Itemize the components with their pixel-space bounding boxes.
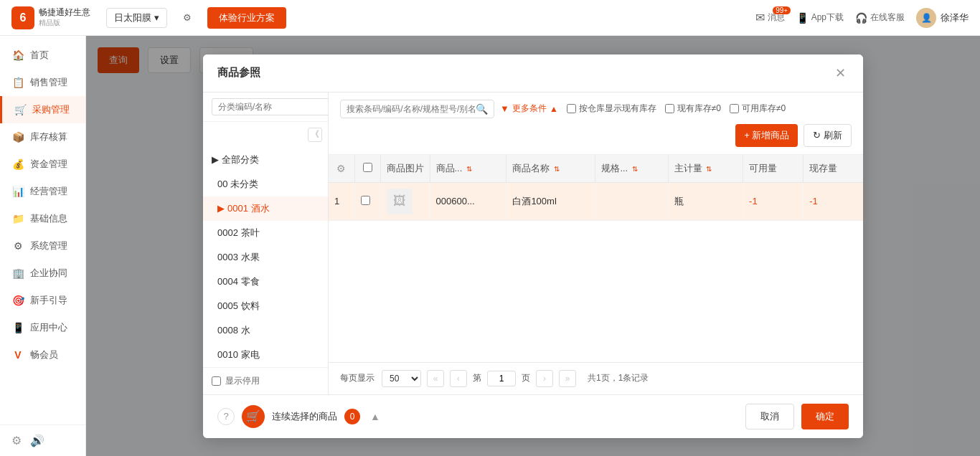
trial-button[interactable]: 体验行业方案 (207, 7, 286, 29)
footer-collapse-icon[interactable]: ▲ (370, 411, 380, 422)
col-code-label: 商品... (436, 163, 463, 174)
page-size-select[interactable]: 50 10 20 100 (382, 370, 421, 387)
sidebar-item-enterprise[interactable]: 🏢 企业协同 (0, 260, 85, 287)
headset-icon: 🎧 (855, 12, 867, 24)
page-number-input[interactable] (487, 371, 516, 386)
system-icon: ⚙ (11, 239, 24, 252)
col-checkbox[interactable] (354, 155, 380, 183)
cart-count-badge: 0 (344, 409, 360, 424)
volume-icon[interactable]: 🔊 (30, 434, 44, 447)
col-unit[interactable]: 主计量 ⇅ (668, 155, 743, 183)
cancel-button[interactable]: 取消 (745, 404, 794, 429)
cart-button[interactable]: 🛒 (242, 405, 265, 428)
stock-ne0-checkbox[interactable] (665, 104, 674, 113)
col-spec-label: 规格... (601, 163, 628, 174)
purchase-icon: 🛒 (14, 103, 27, 116)
category-item-0004[interactable]: 0004 零食 (203, 270, 328, 294)
modal-header: 商品参照 ✕ (203, 54, 863, 92)
category-item-00[interactable]: 00 未分类 (203, 172, 328, 196)
category-item-0002[interactable]: 0002 茶叶 (203, 221, 328, 245)
last-page-button[interactable]: » (559, 370, 576, 387)
help-icon[interactable]: ? (217, 408, 235, 425)
sidebar-item-home[interactable]: 🏠 首页 (0, 42, 85, 69)
table-row[interactable]: 1 🖼 000600... 白酒100ml (329, 182, 863, 220)
sidebar-item-sales[interactable]: 📋 销售管理 (0, 69, 85, 96)
col-spec[interactable]: 规格... ⇅ (595, 155, 668, 183)
sidebar-item-operation[interactable]: 📊 经营管理 (0, 178, 85, 205)
page-total: 共1页，1条记录 (588, 372, 649, 384)
service-group[interactable]: 🎧 在线客服 (855, 11, 905, 24)
sort-icon: ⇅ (466, 165, 472, 173)
next-page-button[interactable]: › (536, 370, 553, 387)
row-available: -1 (743, 182, 804, 220)
app-download-group[interactable]: 📱 App下载 (796, 11, 844, 24)
search-input[interactable] (347, 104, 476, 114)
category-item-label: 全部分类 (222, 153, 259, 166)
row-select-checkbox[interactable] (361, 196, 370, 205)
checkbox-stock-ne0[interactable]: 现有库存≠0 (665, 103, 721, 115)
available-ne0-checkbox[interactable] (730, 104, 739, 113)
category-item-0005[interactable]: 0005 饮料 (203, 294, 328, 318)
select-all-checkbox[interactable] (363, 163, 372, 172)
sidebar-item-finance[interactable]: 💰 资金管理 (0, 151, 85, 178)
col-name[interactable]: 商品名称 ⇅ (507, 155, 595, 183)
checkbox-available-ne0[interactable]: 可用库存≠0 (730, 103, 786, 115)
chevron-down-icon: ▾ (154, 12, 159, 23)
sidebar-item-guide[interactable]: 🎯 新手引导 (0, 287, 85, 314)
collapse-button[interactable]: 《 (308, 128, 322, 142)
warehouse-checkbox[interactable] (567, 104, 576, 113)
display-disabled-check[interactable]: 显示停用 (203, 367, 328, 394)
col-code[interactable]: 商品... ⇅ (430, 155, 507, 183)
search-icon[interactable]: 🔍 (476, 103, 488, 115)
sidebar-item-apps[interactable]: 📱 应用中心 (0, 314, 85, 341)
category-item-label: 0003 水果 (217, 251, 260, 264)
row-image: 🖼 (380, 182, 430, 220)
prev-page-button[interactable]: ‹ (450, 370, 467, 387)
row-checkbox[interactable] (354, 182, 380, 220)
confirm-button[interactable]: 确定 (801, 404, 849, 429)
user-area[interactable]: 👤 徐泽华 (916, 8, 969, 28)
col-name-label: 商品名称 (512, 163, 550, 174)
display-disabled-checkbox[interactable] (212, 376, 221, 386)
sidebar-item-basic[interactable]: 📁 基础信息 (0, 205, 85, 232)
table-settings-icon[interactable]: ⚙ (336, 163, 346, 174)
logo-text: 畅捷通好生意 精品版 (39, 7, 90, 29)
modal-overlay: 商品参照 ✕ 🔍 《 (86, 36, 980, 456)
sidebar-item-system[interactable]: ⚙ 系统管理 (0, 232, 85, 260)
filter-button[interactable]: ▼ 更多条件 ▲ (500, 103, 558, 115)
sort-icon: ⇅ (554, 165, 560, 173)
sort-icon: ⇅ (632, 165, 638, 173)
category-item-0010[interactable]: 0010 家电 (203, 343, 328, 367)
category-item-0001[interactable]: ▶ 0001 酒水 (203, 196, 328, 221)
sidebar-item-member[interactable]: V 畅会员 (0, 341, 85, 369)
sidebar-item-purchase[interactable]: 🛒 采购管理 (0, 96, 85, 123)
search-bar: 🔍 ▼ 更多条件 ▲ 按仓库显示现有库存 (329, 92, 863, 155)
user-name: 徐泽华 (941, 11, 969, 24)
checkbox-warehouse[interactable]: 按仓库显示现有库存 (567, 103, 656, 115)
col-settings[interactable]: ⚙ (329, 155, 354, 183)
message-group[interactable]: ✉ 消息 99 (755, 11, 785, 24)
sort-icon: ⇅ (706, 165, 712, 173)
available-ne0-label: 可用库存≠0 (742, 103, 786, 115)
category-item-label: 00 未分类 (217, 178, 258, 191)
category-item-all[interactable]: ▶ 全部分类 (203, 148, 328, 172)
sidebar-item-inventory[interactable]: 📦 库存核算 (0, 123, 85, 151)
refresh-button[interactable]: ↻ 刷新 (804, 124, 852, 147)
modal-close-button[interactable]: ✕ (831, 65, 849, 82)
category-item-0008[interactable]: 0008 水 (203, 318, 328, 343)
category-search-input[interactable] (212, 98, 329, 115)
continuous-label: 连续选择的商品 (272, 410, 337, 423)
sidebar-item-label: 库存核算 (30, 130, 67, 143)
display-disabled-label: 显示停用 (225, 375, 260, 387)
category-arrow-icon: ▶ (217, 203, 225, 214)
category-search-bar: 🔍 (203, 92, 328, 122)
category-item-0003[interactable]: 0003 水果 (203, 245, 328, 270)
settings-bottom-icon[interactable]: ⚙ (11, 434, 22, 447)
phone-icon: 📱 (796, 12, 809, 24)
add-product-button[interactable]: + 新增商品 (735, 124, 798, 147)
first-page-button[interactable]: « (427, 370, 444, 387)
settings-icon[interactable]: ⚙ (176, 6, 199, 29)
store-selector[interactable]: 日太阳膜 ▾ (106, 8, 167, 28)
operation-icon: 📊 (11, 185, 24, 198)
category-panel: 🔍 《 ▶ 全部分类 00 未分类 (203, 92, 329, 394)
